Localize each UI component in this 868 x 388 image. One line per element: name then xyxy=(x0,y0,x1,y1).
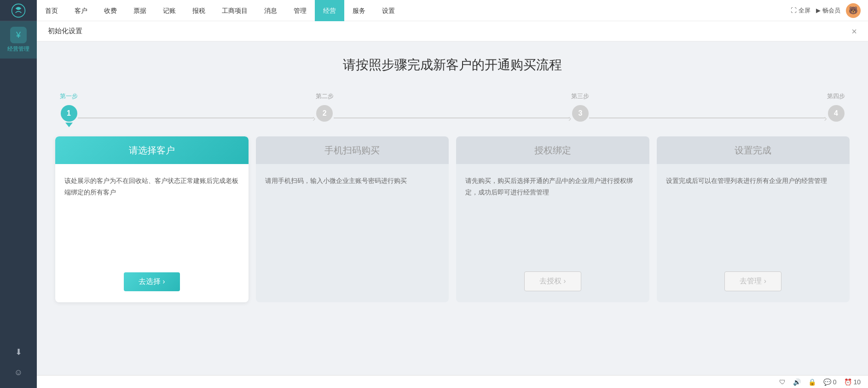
nav-business[interactable]: 工商项目 xyxy=(214,0,256,21)
step-2-circle: 2 xyxy=(316,105,333,122)
card-2-header: 手机扫码购买 xyxy=(256,136,449,164)
step-1-label: 第一步 xyxy=(60,92,78,100)
step-1-indicator: 第一步 1 xyxy=(60,92,78,127)
avatar[interactable]: 🐻 xyxy=(846,3,861,18)
close-button[interactable]: × xyxy=(851,27,857,36)
card-3-title: 授权绑定 xyxy=(534,144,571,157)
sidebar-logo xyxy=(0,0,37,21)
sidebar-bottom: ⬇ ☺ xyxy=(10,344,27,388)
chat-icon: 💬 0 xyxy=(823,378,837,386)
nav-right-area: ⛶ 全屏 ▶ 畅会员 🐻 xyxy=(791,3,868,18)
card-4-title: 设置完成 xyxy=(735,144,771,157)
fullscreen-icon: ⛶ xyxy=(791,7,797,14)
card-1-text: 该处展示的客户为不在回收站、客户状态正常建账后完成老板端绑定的所有客户 xyxy=(64,177,238,196)
sidebar-item-operations[interactable]: ¥ 经营管理 xyxy=(0,21,37,59)
nav-billing[interactable]: 收费 xyxy=(96,0,125,21)
go-select-label: 去选择 › xyxy=(139,277,165,287)
go-select-button[interactable]: 去选择 › xyxy=(124,272,180,291)
card-1-body: 该处展示的客户为不在回收站、客户状态正常建账后完成老板端绑定的所有客户 xyxy=(55,164,249,265)
lock-icon: 🔒 xyxy=(808,378,816,386)
card-2-body: 请用手机扫码，输入小微企业主账号密码进行购买 xyxy=(256,164,449,284)
step-2-pointer xyxy=(321,123,328,127)
step-1-circle: 1 xyxy=(61,105,77,122)
status-bar-right: 🛡 🔊 🔒 💬 0 ⏰ 10 xyxy=(779,378,861,386)
connector-line xyxy=(78,118,313,118)
nav-operations[interactable]: 经营 xyxy=(315,0,344,21)
step-4-indicator: 第四步 4 xyxy=(827,92,845,127)
nav-home[interactable]: 首页 xyxy=(37,0,66,21)
svg-point-0 xyxy=(12,4,25,17)
fullscreen-label: 全屏 xyxy=(799,6,810,15)
go-manage-label: 去管理 › xyxy=(740,276,766,286)
nav-bookkeeping[interactable]: 记账 xyxy=(155,0,184,21)
fullscreen-button[interactable]: ⛶ 全屏 xyxy=(791,6,810,15)
nav-manage[interactable]: 管理 xyxy=(285,0,315,21)
card-4-body: 设置完成后可以在管理列表进行所有企业用户的经营管理 xyxy=(657,164,850,264)
step-4-label: 第四步 xyxy=(827,92,845,100)
card-2-title: 手机扫码购买 xyxy=(324,144,380,157)
arrow-icon: › xyxy=(824,113,827,123)
step-3-indicator: 第三步 3 xyxy=(571,92,589,127)
vip-label: 畅会员 xyxy=(822,6,840,15)
card-3-header: 授权绑定 xyxy=(456,136,649,164)
main-content: 初始化设置 × 请按照步骤完成新客户的开通购买流程 第一步 1 › 第二步 2 xyxy=(37,21,868,375)
card-1-footer: 去选择 › xyxy=(55,265,249,302)
volume-icon: 🔊 xyxy=(793,378,801,386)
go-authorize-label: 去授权 › xyxy=(539,276,566,286)
arrow-icon: › xyxy=(568,113,572,123)
clock-icon: ⏰ 10 xyxy=(844,378,861,386)
nav-service[interactable]: 服务 xyxy=(344,0,374,21)
sidebar: ¥ 经营管理 ⬇ ☺ xyxy=(0,0,37,388)
card-2-footer xyxy=(256,284,449,302)
top-nav: 首页 客户 收费 票据 记账 报税 工商项目 消息 管理 经营 服务 设置 ⛶ … xyxy=(37,0,868,21)
card-1-title: 请选择客户 xyxy=(129,144,175,157)
nav-settings[interactable]: 设置 xyxy=(374,0,403,21)
content-area: 请按照步骤完成新客户的开通购买流程 第一步 1 › 第二步 2 xyxy=(37,41,868,317)
card-3-text: 请先购买，购买后选择开通的产品中的企业用户进行授权绑定，成功后即可进行经营管理 xyxy=(465,177,633,196)
page-header: 初始化设置 × xyxy=(37,21,868,41)
card-2-text: 请用手机扫码，输入小微企业主账号密码进行购买 xyxy=(265,177,407,184)
step-cards: 请选择客户 该处展示的客户为不在回收站、客户状态正常建账后完成老板端绑定的所有客… xyxy=(55,136,850,302)
nav-message[interactable]: 消息 xyxy=(256,0,285,21)
step-4-pointer xyxy=(833,123,840,127)
operations-icon: ¥ xyxy=(10,27,27,43)
step-card-4: 设置完成 设置完成后可以在管理列表进行所有企业用户的经营管理 去管理 › xyxy=(657,136,850,302)
connector-2-3: › xyxy=(334,113,572,123)
connector-1-2: › xyxy=(78,113,316,123)
step-3-circle: 3 xyxy=(572,105,589,122)
step-card-2: 手机扫码购买 请用手机扫码，输入小微企业主账号密码进行购买 xyxy=(256,136,449,302)
download-icon[interactable]: ⬇ xyxy=(10,344,27,360)
status-bar: ▶ 完成 🛡 🔊 🔒 💬 0 ⏰ 10 xyxy=(0,375,868,388)
card-3-body: 请先购买，购买后选择开通的产品中的企业用户进行授权绑定，成功后即可进行经营管理 xyxy=(456,164,649,264)
vip-icon: ▶ xyxy=(816,7,821,14)
card-4-header: 设置完成 xyxy=(657,136,850,164)
card-4-text: 设置完成后可以在管理列表进行所有企业用户的经营管理 xyxy=(666,177,827,184)
step-2-indicator: 第二步 2 xyxy=(316,92,334,127)
go-manage-button[interactable]: 去管理 › xyxy=(724,271,781,291)
arrow-icon: › xyxy=(312,113,316,123)
vip-button[interactable]: ▶ 畅会员 xyxy=(816,6,840,15)
sidebar-item-label: 经营管理 xyxy=(7,45,29,53)
support-icon[interactable]: ☺ xyxy=(10,364,27,381)
card-1-header: 请选择客户 xyxy=(55,136,249,164)
connector-line xyxy=(334,118,569,118)
card-3-footer: 去授权 › xyxy=(456,264,649,302)
nav-client[interactable]: 客户 xyxy=(66,0,96,21)
main-title: 请按照步骤完成新客户的开通购买流程 xyxy=(55,56,850,74)
step-4-circle: 4 xyxy=(828,105,845,122)
step-2-label: 第二步 xyxy=(316,92,334,100)
step-card-3: 授权绑定 请先购买，购买后选择开通的产品中的企业用户进行授权绑定，成功后即可进行… xyxy=(456,136,649,302)
step-1-pointer xyxy=(65,123,73,127)
nav-tax[interactable]: 报税 xyxy=(184,0,214,21)
go-authorize-button[interactable]: 去授权 › xyxy=(524,271,581,291)
card-4-footer: 去管理 › xyxy=(657,264,850,302)
steps-indicator: 第一步 1 › 第二步 2 › 第三步 3 xyxy=(55,92,850,127)
nav-invoice[interactable]: 票据 xyxy=(125,0,155,21)
connector-3-4: › xyxy=(589,113,827,123)
step-3-pointer xyxy=(577,123,584,127)
step-3-label: 第三步 xyxy=(571,92,589,100)
connector-line xyxy=(589,118,825,118)
page-title: 初始化设置 xyxy=(48,27,82,35)
step-card-1: 请选择客户 该处展示的客户为不在回收站、客户状态正常建账后完成老板端绑定的所有客… xyxy=(55,136,249,302)
shield-icon: 🛡 xyxy=(779,378,786,386)
